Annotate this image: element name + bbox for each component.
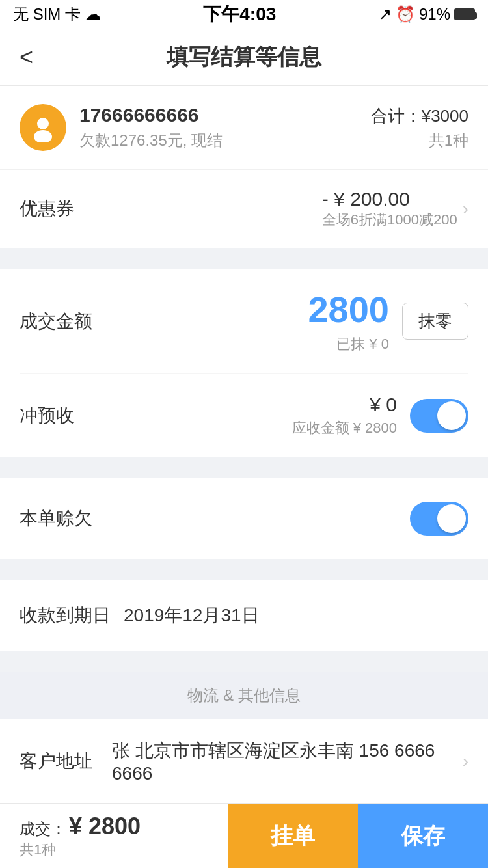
- due-date-label: 收款到期日: [20, 603, 111, 628]
- debt-toggle[interactable]: [410, 502, 468, 536]
- customer-row: 17666666666 欠款1276.35元, 现结 合计：¥3000 共1种: [0, 86, 488, 169]
- separator-3: [0, 569, 488, 580]
- deal-amount-sub: 已抹 ¥ 0: [308, 334, 389, 354]
- back-button[interactable]: <: [20, 44, 33, 71]
- avatar: [20, 104, 66, 151]
- debt-row: 本单赊欠: [20, 478, 468, 559]
- due-date-section: 收款到期日 2019年12月31日: [0, 580, 488, 651]
- nav-bar: < 填写结算等信息: [0, 29, 488, 86]
- address-row[interactable]: 客户地址 张 北京市市辖区海淀区永丰南 156 6666 6666 ›: [20, 719, 468, 804]
- deal-amount-label: 成交金额: [20, 309, 92, 334]
- logistics-line-right: [333, 696, 468, 696]
- customer-phone: 17666666666: [79, 104, 223, 126]
- debt-toggle-knob: [437, 504, 466, 533]
- footer-count: 共1种: [20, 840, 208, 860]
- address-section: 客户地址 张 北京市市辖区海淀区永丰南 156 6666 6666 ›: [0, 719, 488, 804]
- coupon-discount: - ¥ 200.00: [322, 188, 457, 210]
- customer-right: 合计：¥3000 共1种: [371, 105, 468, 151]
- total-label: 合计：¥3000: [371, 105, 468, 128]
- alarm-icon: ⏰: [396, 5, 415, 23]
- location-icon: ↗: [379, 5, 392, 23]
- coupon-label: 优惠券: [20, 197, 74, 221]
- debt-label: 本单赊欠: [20, 506, 92, 531]
- coupon-row[interactable]: 优惠券 - ¥ 200.00 全场6折满1000减200 ›: [0, 169, 488, 248]
- chevron-right-icon: ›: [463, 198, 468, 219]
- total-count: 共1种: [371, 130, 468, 151]
- address-chevron-icon: ›: [463, 751, 468, 772]
- deal-amount-col: 2800 已抹 ¥ 0: [308, 288, 389, 354]
- due-date-value: 2019年12月31日: [124, 603, 260, 628]
- footer-info: 成交： ¥ 2800 共1种: [0, 813, 228, 860]
- customer-info: 17666666666 欠款1276.35元, 现结: [79, 104, 223, 151]
- logistics-separator: 物流 & 其他信息: [0, 672, 488, 719]
- separator-4: [0, 662, 488, 672]
- separator-2: [0, 468, 488, 478]
- status-left: 无 SIM 卡 ☁: [13, 4, 101, 25]
- battery-percent: 91%: [419, 5, 450, 23]
- status-bar: 无 SIM 卡 ☁ 下午4:03 ↗ ⏰ 91%: [0, 0, 488, 29]
- address-label: 客户地址: [20, 749, 92, 774]
- footer: 成交： ¥ 2800 共1种 挂单 保存: [0, 803, 488, 868]
- customer-section: 17666666666 欠款1276.35元, 现结 合计：¥3000 共1种 …: [0, 86, 488, 248]
- address-value: 张 北京市市辖区海淀区永丰南 156 6666 6666: [112, 739, 463, 784]
- save-button[interactable]: 保存: [358, 804, 488, 869]
- prepay-toggle[interactable]: [410, 399, 468, 433]
- footer-deal-label: 成交：: [20, 819, 66, 839]
- prepay-amount-col: ¥ 0 应收金额 ¥ 2800: [292, 394, 397, 438]
- separator-1: [0, 258, 488, 269]
- pending-button[interactable]: 挂单: [228, 804, 358, 869]
- footer-amount: ¥ 2800: [69, 813, 141, 840]
- customer-left: 17666666666 欠款1276.35元, 现结: [20, 104, 223, 151]
- round-button[interactable]: 抹零: [402, 303, 468, 340]
- deal-amount-row: 成交金额 2800 已抹 ¥ 0 抹零: [20, 269, 468, 374]
- page-title: 填写结算等信息: [167, 42, 321, 72]
- customer-sub: 欠款1276.35元, 现结: [79, 130, 223, 151]
- status-time: 下午4:03: [203, 2, 276, 27]
- deal-amount-right: 2800 已抹 ¥ 0 抹零: [308, 288, 468, 354]
- coupon-desc: 全场6折满1000减200: [322, 210, 457, 230]
- prepay-amount: ¥ 0: [370, 394, 397, 416]
- logistics-text: 物流 & 其他信息: [187, 685, 300, 706]
- svg-point-0: [37, 118, 49, 129]
- svg-point-1: [34, 130, 52, 142]
- sim-status: 无 SIM 卡 ☁: [13, 4, 101, 25]
- due-date-row: 收款到期日 2019年12月31日: [20, 580, 468, 651]
- prepay-sub: 应收金额 ¥ 2800: [292, 418, 397, 438]
- prepay-right: ¥ 0 应收金额 ¥ 2800: [292, 394, 468, 438]
- prepay-label: 冲预收: [20, 403, 74, 428]
- prepay-row: 冲预收 ¥ 0 应收金额 ¥ 2800: [20, 374, 468, 457]
- debt-section: 本单赊欠: [0, 478, 488, 559]
- deal-amount-value: 2800: [308, 288, 389, 331]
- deal-section: 成交金额 2800 已抹 ¥ 0 抹零 冲预收 ¥ 0 应收金额 ¥ 2800: [0, 269, 488, 457]
- toggle-knob: [437, 401, 466, 430]
- coupon-right: - ¥ 200.00 全场6折满1000减200 ›: [322, 188, 468, 230]
- status-right: ↗ ⏰ 91%: [379, 5, 475, 23]
- battery-icon: [454, 8, 475, 20]
- logistics-line-left: [20, 696, 155, 696]
